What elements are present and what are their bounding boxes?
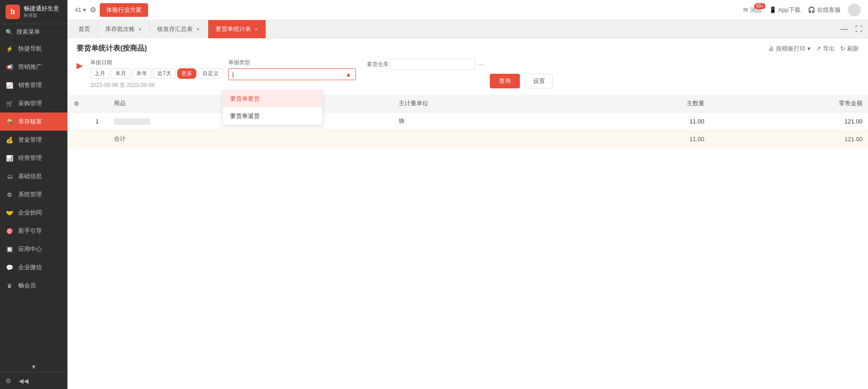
warehouse-dots-icon[interactable]: ⋯: [477, 60, 484, 69]
product-placeholder: [114, 118, 150, 125]
this-year-btn[interactable]: 本年: [132, 68, 151, 79]
sidebar-item-label: 采购管理: [18, 99, 42, 107]
tab-minimize-button[interactable]: —: [839, 23, 850, 35]
sidebar-item-guide[interactable]: 🎯 新手引导: [0, 222, 67, 240]
tabbar: 首页 库存批次账 × 收发存汇总表 × 要货单统计表 × — ⛶: [67, 20, 868, 38]
sidebar-item-enterprise-wechat[interactable]: 💬 企业微信: [0, 258, 67, 276]
page-actions: 🖨 按模板打印 ▾ ↗ 导出 ↻ 刷新: [768, 45, 859, 53]
data-table: ⚙ 商品 主计量单位 主数量 零售金额 1: [67, 95, 868, 148]
sidebar-item-label: 应用中心: [18, 245, 42, 253]
operations-icon: 📊: [5, 154, 14, 162]
this-month-btn[interactable]: 本月: [111, 68, 130, 79]
tab-receivable-summary-close[interactable]: ×: [195, 26, 200, 33]
sidebar-item-sales[interactable]: 📈 销售管理: [0, 76, 67, 94]
th-settings[interactable]: ⚙: [67, 95, 86, 113]
sidebar-scroll-down[interactable]: ▼: [0, 362, 67, 372]
store-selector[interactable]: 41 ▾: [75, 6, 86, 13]
topbar-left: 41 ▾ ⚙ 体验行业方案: [75, 3, 738, 17]
trial-button[interactable]: 体验行业方案: [100, 3, 148, 17]
quick-nav-icon: ⚡: [5, 45, 14, 53]
online-service-button[interactable]: 🎧 在线客服: [808, 6, 841, 14]
search-menu[interactable]: 🔍 搜索菜单: [0, 24, 67, 40]
sidebar-item-app-center[interactable]: 🔲 应用中心: [0, 240, 67, 258]
app-download-icon: 📱: [769, 6, 776, 13]
message-icon: ✉: [743, 6, 748, 13]
settings-icon[interactable]: ⚙: [5, 377, 11, 384]
footer-settings-cell: [67, 130, 86, 148]
gear-button[interactable]: ⚙: [90, 5, 96, 14]
print-button[interactable]: 🖨 按模板打印 ▾: [768, 45, 811, 53]
type-selected-value: |: [232, 71, 234, 78]
warehouse-label: 要货仓库: [367, 61, 389, 68]
app-download-label: App下载: [778, 6, 801, 14]
filter-toggle-button[interactable]: ▶: [77, 61, 83, 71]
row-settings-cell: [67, 113, 86, 130]
user-avatar[interactable]: [848, 4, 861, 16]
sidebar-item-marketing[interactable]: 📢 营销推广: [0, 58, 67, 76]
tab-home[interactable]: 首页: [71, 20, 98, 38]
marketing-icon: 📢: [5, 63, 14, 71]
messages-button[interactable]: ✉ 消息 99+: [743, 6, 762, 14]
purchase-icon: 🛒: [5, 99, 14, 107]
online-service-icon: 🎧: [808, 6, 815, 13]
filter-content: 单据日期 上月 本月 本年 近7天 更多 自定义 2023-05-06 至 20…: [90, 59, 859, 89]
sidebar-item-finance[interactable]: 💰 资金管理: [0, 131, 67, 149]
tab-home-label: 首页: [78, 25, 90, 33]
query-button[interactable]: 查询: [490, 74, 520, 88]
sys-mgmt-icon: ⚙: [5, 190, 14, 199]
last-month-btn[interactable]: 上月: [90, 68, 109, 79]
tab-receivable-summary[interactable]: 收发存汇总表 ×: [150, 20, 208, 38]
sidebar-item-basic-info[interactable]: 🗂 基础信息: [0, 167, 67, 185]
sidebar-item-label: 库存核算: [18, 118, 42, 126]
footer-qty-cell: 11.00: [551, 130, 709, 148]
type-select-box[interactable]: | ▲: [228, 68, 356, 80]
type-filter-label: 单据类型: [228, 59, 356, 67]
sidebar-item-inventory[interactable]: 📦 库存核算: [0, 113, 67, 131]
tab-order-stats-label: 要货单统计表: [216, 25, 251, 33]
refresh-button[interactable]: ↻ 刷新: [840, 45, 859, 53]
dropdown-item-label: 要货单要货: [230, 95, 260, 102]
enterprise-icon: 🤝: [5, 209, 14, 217]
tab-inventory-batch[interactable]: 库存批次账 ×: [98, 20, 150, 38]
tab-inventory-batch-close[interactable]: ×: [138, 26, 142, 33]
sidebar-item-vip[interactable]: ♛ 畅会员: [0, 276, 67, 295]
vip-icon: ♛: [5, 282, 14, 290]
th-qty: 主数量: [551, 95, 709, 113]
table-body: 1 块 11.00 121.00: [67, 113, 868, 130]
custom-date-btn[interactable]: 自定义: [198, 68, 223, 79]
dropdown-item-0[interactable]: 要货单要货: [223, 90, 322, 107]
dropdown-item-1[interactable]: 要货单退货: [223, 107, 322, 125]
warehouse-input[interactable]: [390, 59, 475, 70]
sidebar: b 畅捷通好生意 标准版 🔍 搜索菜单 ⚡ 快捷导航 📢 营销推广 📈 销售管理…: [0, 0, 67, 389]
sidebar-item-purchase[interactable]: 🛒 采购管理: [0, 94, 67, 113]
sidebar-item-label: 企业微信: [18, 263, 42, 271]
sidebar-item-operations[interactable]: 📊 经营管理: [0, 149, 67, 167]
sidebar-item-label: 基础信息: [18, 172, 42, 180]
th-amount: 零售金额: [710, 95, 868, 113]
tab-order-stats[interactable]: 要货单统计表 ×: [208, 20, 266, 38]
more-dates-btn[interactable]: 更多: [177, 68, 196, 79]
sidebar-item-quick-nav[interactable]: ⚡ 快捷导航: [0, 40, 67, 58]
app-download-button[interactable]: 📱 App下载: [769, 6, 801, 14]
footer-num-cell: [86, 130, 108, 148]
print-label: 按模板打印: [776, 45, 806, 53]
sidebar-nav: ⚡ 快捷导航 📢 营销推广 📈 销售管理 🛒 采购管理 📦 库存核算 💰 资金管…: [0, 40, 67, 362]
sidebar-item-label: 快捷导航: [18, 45, 42, 53]
sidebar-item-label: 资金管理: [18, 136, 42, 144]
tab-order-stats-close[interactable]: ×: [254, 26, 258, 33]
row-unit-cell: 块: [393, 113, 551, 130]
sidebar-item-label: 销售管理: [18, 81, 42, 89]
collapse-icon[interactable]: ◀◀: [19, 377, 29, 384]
search-menu-label: 搜索菜单: [16, 28, 40, 36]
tab-maximize-button[interactable]: ⛶: [853, 23, 864, 35]
sidebar-item-enterprise[interactable]: 🤝 企业协同: [0, 204, 67, 222]
enterprise-wechat-icon: 💬: [5, 263, 14, 271]
filter-settings-button[interactable]: 设置: [525, 74, 553, 88]
page-header: 要货单统计表(按商品) 🖨 按模板打印 ▾ ↗ 导出 ↻ 刷新: [67, 38, 868, 53]
tab-inventory-batch-label: 库存批次账: [105, 25, 135, 33]
sidebar-item-label: 营销推广: [18, 63, 42, 71]
app-center-icon: 🔲: [5, 245, 14, 253]
export-button[interactable]: ↗ 导出: [816, 45, 835, 53]
sidebar-item-sys-mgmt[interactable]: ⚙ 系统管理: [0, 185, 67, 204]
last-7-days-btn[interactable]: 近7天: [153, 68, 175, 79]
